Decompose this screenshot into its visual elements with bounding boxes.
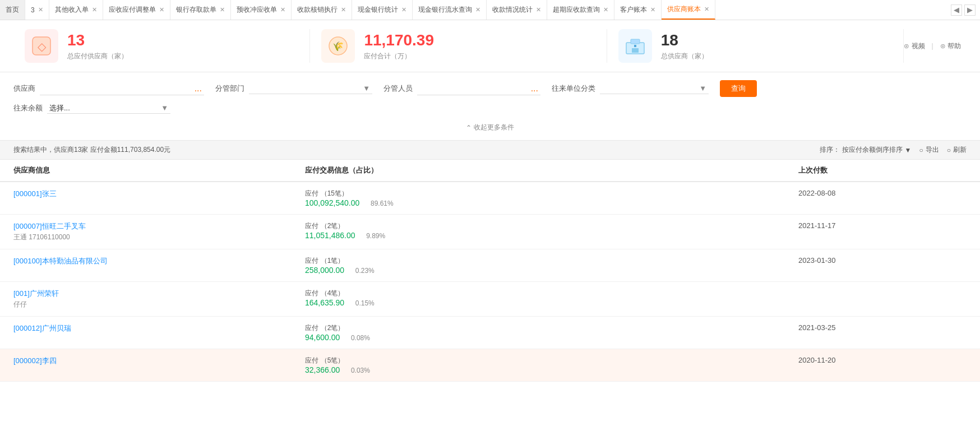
- table-row: [001]广州荣轩 仔仔 应付 （4笔） 164,635.90 0.15%: [0, 282, 980, 317]
- last-payment-date: 2021-11-17: [798, 221, 967, 230]
- category-select[interactable]: [602, 84, 697, 92]
- sort-arrow-icon: ▼: [905, 146, 912, 154]
- table-row: [000002]李四 应付 （5笔） 32,366.00 0.03% 2020-…: [0, 349, 980, 382]
- close-icon[interactable]: ✕: [92, 6, 97, 13]
- table-body: [000001]张三 应付 （15笔） 100,092,540.00 89.61…: [0, 182, 980, 445]
- table-area: 供应商信息 应付交易信息（占比） 上次付数 [000001]张三 应付 （15笔…: [0, 160, 980, 445]
- supplier-sub: 王通 17106110000: [13, 233, 305, 242]
- supplier-link[interactable]: [000001]张三: [13, 189, 57, 198]
- close-icon[interactable]: ✕: [603, 6, 608, 13]
- ap-info: 应付 （2笔） 94,600.00 0.08%: [305, 323, 798, 342]
- supplier-link[interactable]: [000012]广州贝瑞: [13, 324, 71, 332]
- nav-next-button[interactable]: ▶: [964, 4, 976, 16]
- stat-amount-label: 应付合计（万）: [364, 52, 434, 61]
- nav-prev-button[interactable]: ◀: [951, 4, 962, 16]
- close-icon[interactable]: ✕: [159, 6, 164, 13]
- person-input[interactable]: [419, 84, 529, 92]
- payable-amount-link[interactable]: 164,635.90: [305, 298, 344, 307]
- tab-cash-flow[interactable]: 现金银行流水查询 ✕: [413, 0, 487, 20]
- payable-percent: 0.03%: [351, 367, 370, 374]
- sort-selector[interactable]: 排序： 按应付余额倒序排序 ▼: [820, 145, 912, 155]
- tab-3[interactable]: 3 ✕: [25, 0, 49, 20]
- ap-info: 应付 （5笔） 32,366.00 0.03%: [305, 356, 798, 374]
- supplier-link[interactable]: [000100]本特勤油品有限公司: [13, 257, 108, 265]
- payable-amount-link[interactable]: 100,092,540.00: [305, 198, 359, 207]
- supplier-input[interactable]: [42, 84, 192, 92]
- nav-cash-flow-label: 现金银行流水查询: [418, 5, 472, 15]
- chevron-down-icon: ▼: [363, 84, 370, 92]
- payable-amount-link[interactable]: 94,600.00: [305, 333, 340, 342]
- close-icon[interactable]: ✕: [341, 6, 346, 13]
- close-icon[interactable]: ✕: [650, 6, 655, 13]
- supplier-info: [000012]广州贝瑞: [13, 323, 305, 333]
- supplier-link[interactable]: [000007]恒旺二手叉车: [13, 222, 86, 230]
- close-icon[interactable]: ✕: [536, 6, 541, 13]
- stat-total-info: 18 总供应商（家）: [661, 31, 708, 62]
- close-icon[interactable]: ✕: [475, 6, 480, 13]
- stats-bar: ◇ 13 总应付供应商（家） 🌾 11,170.39 应付合计（万）: [0, 20, 980, 72]
- close-icon[interactable]: ✕: [401, 6, 406, 13]
- supplier-link[interactable]: [001]广州荣轩: [13, 289, 59, 298]
- chevron-up-icon: ⌃: [466, 124, 471, 132]
- export-icon: ○: [919, 146, 923, 154]
- collapse-button[interactable]: ⌃ 收起更多条件: [455, 119, 525, 136]
- stat-ap-number: 13: [67, 31, 128, 50]
- payable-amount-link[interactable]: 11,051,486.00: [305, 231, 355, 240]
- table-row: [000100]本特勤油品有限公司 应付 （1笔） 258,000.00 0.2…: [0, 249, 980, 282]
- department-field: 分管部门 ▼: [215, 83, 372, 94]
- nav-ar-ap-label: 应收应付调整单: [109, 5, 156, 15]
- supplier-dots-icon[interactable]: ...: [195, 84, 202, 94]
- close-icon[interactable]: ✕: [280, 6, 285, 13]
- nav-tab3-label: 3: [31, 6, 35, 14]
- tab-collect-verify[interactable]: 收款核销执行 ✕: [292, 0, 352, 20]
- payable-amount-link[interactable]: 32,366.00: [305, 365, 340, 374]
- total-supplier-icon: [618, 29, 652, 63]
- ap-detail: 应付 （15笔）: [305, 189, 798, 198]
- sidebar-item-home[interactable]: 首页: [0, 0, 25, 20]
- supplier-sub: 仔仔: [13, 300, 305, 309]
- last-payment-date: 2023-01-30: [798, 256, 967, 265]
- video-circle-icon: ⊙: [904, 42, 909, 50]
- supplier-link[interactable]: [000002]李四: [13, 356, 57, 365]
- supplier-label: 供应商: [13, 84, 35, 94]
- table-row: [000012]广州贝瑞 应付 （2笔） 94,600.00 0.08% 202…: [0, 317, 980, 349]
- nav-collect-verify-label: 收款核销执行: [297, 5, 338, 15]
- close-icon[interactable]: ✕: [220, 6, 225, 13]
- stat-ap-amount: 🌾 11,170.39 应付合计（万）: [310, 29, 607, 63]
- ap-amount-row: 164,635.90 0.15%: [305, 298, 798, 307]
- table-row: [000007]恒旺二手叉车 王通 17106110000 应付 （2笔） 11…: [0, 215, 980, 249]
- refresh-button[interactable]: ○ 刷新: [947, 145, 967, 155]
- payable-percent: 0.23%: [355, 267, 375, 275]
- balance-select-wrap: 选择... ▼: [47, 103, 170, 114]
- payable-amount-link[interactable]: 258,000.00: [305, 266, 344, 275]
- balance-select[interactable]: 选择...: [49, 104, 159, 112]
- tab-prepay-ar[interactable]: 预收冲应收单 ✕: [231, 0, 292, 20]
- person-dots-icon[interactable]: ...: [531, 84, 538, 94]
- tab-supplier-ledger[interactable]: 供应商账本 ✕: [662, 0, 715, 20]
- ap-detail: 应付 （2笔）: [305, 221, 798, 231]
- tab-other-income[interactable]: 其他收入单 ✕: [49, 0, 103, 20]
- video-link[interactable]: ⊙ 视频: [904, 41, 924, 51]
- tab-cash-bank-stat[interactable]: 现金银行统计 ✕: [352, 0, 413, 20]
- svg-rect-6: [632, 48, 639, 53]
- close-icon[interactable]: ✕: [38, 6, 43, 13]
- svg-text:🌾: 🌾: [332, 41, 344, 52]
- close-icon[interactable]: ✕: [704, 6, 709, 13]
- tab-collect-stat[interactable]: 收款情况统计 ✕: [487, 0, 547, 20]
- tab-bank-deposit[interactable]: 银行存取款单 ✕: [170, 0, 231, 20]
- stat-amount-number: 11,170.39: [364, 31, 434, 50]
- person-input-wrap: ...: [417, 82, 540, 95]
- search-row-2: 往来余额 选择... ▼: [13, 103, 967, 114]
- tab-customer-ledger[interactable]: 客户账本 ✕: [614, 0, 662, 20]
- export-button[interactable]: ○ 导出: [919, 145, 939, 155]
- svg-rect-7: [634, 45, 636, 47]
- stat-ap-label: 总应付供应商（家）: [67, 52, 128, 61]
- tab-overdue-ar[interactable]: 超期应收款查询 ✕: [547, 0, 614, 20]
- query-button[interactable]: 查询: [720, 80, 757, 97]
- help-link[interactable]: ⊙ 帮助: [940, 41, 961, 51]
- department-select-wrap: ▼: [249, 83, 372, 94]
- chevron-down-icon-3: ▼: [161, 104, 168, 112]
- ap-detail: 应付 （1笔）: [305, 256, 798, 266]
- tab-ar-ap-adjust[interactable]: 应收应付调整单 ✕: [103, 0, 170, 20]
- department-select[interactable]: [251, 84, 360, 92]
